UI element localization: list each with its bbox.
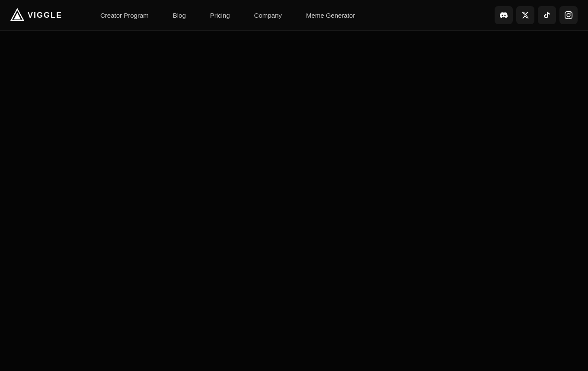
tiktok-icon: [543, 11, 551, 19]
site-header: VIGGLE Creator Program Blog Pricing Comp…: [0, 0, 588, 31]
twitter-button[interactable]: [516, 6, 534, 24]
discord-icon: [500, 11, 508, 19]
discord-button[interactable]: [495, 6, 513, 24]
header-social-buttons: [495, 6, 578, 24]
logo-text: VIGGLE: [28, 11, 62, 20]
nav-item-blog[interactable]: Blog: [161, 0, 198, 31]
nav-item-meme-generator[interactable]: Meme Generator: [294, 0, 367, 31]
viggle-logo-icon: [10, 8, 24, 22]
nav-item-company[interactable]: Company: [242, 0, 294, 31]
twitter-icon: [521, 11, 529, 19]
main-nav: Creator Program Blog Pricing Company Mem…: [88, 0, 367, 31]
nav-item-creator-program[interactable]: Creator Program: [88, 0, 161, 31]
instagram-icon: [565, 11, 572, 19]
main-content: [0, 31, 588, 371]
tiktok-button[interactable]: [538, 6, 556, 24]
nav-item-pricing[interactable]: Pricing: [198, 0, 242, 31]
instagram-button[interactable]: [559, 6, 578, 24]
logo-link[interactable]: VIGGLE: [10, 8, 62, 22]
header-left: VIGGLE Creator Program Blog Pricing Comp…: [10, 0, 367, 31]
